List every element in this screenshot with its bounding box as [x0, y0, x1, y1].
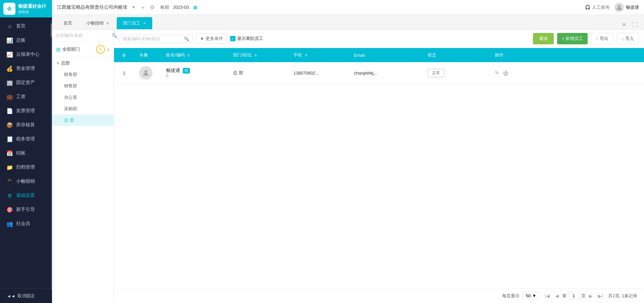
company-dropdown-icon[interactable]: ▼ [131, 5, 136, 10]
more-filter-label: 更多条件 [206, 36, 223, 42]
export-label: 导出 [600, 36, 608, 42]
col-avatar: 头像 [134, 48, 161, 62]
sidebar-item-invoice[interactable]: 📄 发票管理 [0, 104, 52, 118]
guide-icon: 🎯 [7, 207, 13, 213]
edit-icon[interactable]: ✎ [495, 70, 499, 76]
per-page-value: 50 [526, 293, 531, 298]
sidebar-item-general-ledger[interactable]: 📊 总账 [0, 33, 52, 47]
show-resigned-checkbox[interactable]: ✓ [230, 36, 235, 41]
sort-name-icon: ⇅ [187, 53, 190, 57]
export-button[interactable]: ↑ 导出 [591, 33, 613, 44]
sidebar-item-settings[interactable]: ⚙ 基础设置 [0, 188, 52, 203]
sidebar-item-label: 基础设置 [16, 192, 35, 199]
show-resigned-toggle[interactable]: ✓ 显示离职员工 [230, 36, 263, 42]
sidebar-item-fund-management[interactable]: 💰 资金管理 [0, 61, 52, 76]
dept-item-purchasing[interactable]: 采购部 [52, 103, 114, 115]
sidebar-item-closing[interactable]: 📅 结账 [0, 146, 52, 160]
dept-item-sales[interactable]: 销售部 [52, 80, 114, 92]
cell-status: 正常 [423, 62, 490, 84]
per-page-label: 每页显示 [502, 293, 520, 299]
cell-phone: 138070602... [288, 62, 349, 84]
cell-actions: ✎ ⏻ [490, 62, 644, 84]
sidebar-item-label: 工资 [16, 94, 25, 100]
period-label: 账期 [160, 4, 169, 10]
user-menu[interactable]: 畅捷通 [614, 3, 639, 12]
col-phone[interactable]: 手机 ⇅ [288, 48, 349, 62]
prev-page-btn[interactable]: ◀ [553, 292, 561, 300]
table-row: 1 畅捷通 部 0 [114, 62, 644, 84]
page-input[interactable] [568, 292, 580, 300]
page-unit: 页 [581, 293, 586, 299]
sort-dept-icon: ⇅ [254, 53, 257, 57]
expand-tab-icon[interactable]: ⛶ [631, 20, 639, 29]
last-page-btn[interactable]: ▶| [596, 292, 605, 300]
per-page-chevron-icon: ▼ [532, 293, 536, 298]
col-status: 状态 [423, 48, 490, 62]
page-nav: |◀ ◀ 第 页 ▶ ▶| [543, 292, 605, 300]
sidebar-cancel-pin[interactable]: ◄◄ 取消固定 [0, 289, 52, 303]
tab-expense[interactable]: 小畅报销 × [80, 17, 115, 29]
customer-service-btn[interactable]: 🎧 人工咨询 [585, 4, 609, 10]
more-filter-btn[interactable]: ▼ 更多条件 [196, 34, 227, 44]
archive-icon: 📁 [7, 164, 13, 170]
dept-badge: 部 [183, 68, 190, 74]
dept-item-finance[interactable]: 财务部 [52, 69, 114, 80]
import-button[interactable]: ↓ 导入 [617, 33, 639, 44]
col-name[interactable]: 姓名/编码 ⇅ [161, 48, 228, 62]
tab-employees[interactable]: 部门员工 × [117, 17, 152, 29]
sidebar-item-expense[interactable]: 📱 小畅报销 [0, 174, 52, 188]
employee-name: 畅捷通 [166, 68, 180, 74]
cell-num: 1 [114, 62, 134, 84]
logout-icon[interactable]: ⏻ [503, 70, 508, 76]
sidebar-item-inventory[interactable]: 📦 库存核算 [0, 118, 52, 132]
sidebar-item-payroll[interactable]: 💼 工资 [0, 90, 52, 104]
sidebar-item-label: 固定资产 [16, 80, 35, 86]
tab-home[interactable]: 首页 [57, 17, 78, 29]
sidebar-item-label: 云报表中心 [16, 51, 40, 57]
close-tab-icon[interactable]: ✕ [621, 20, 628, 29]
per-page-select[interactable]: 50 ▼ [523, 292, 539, 300]
invite-button[interactable]: 邀请 [533, 33, 554, 44]
tabs-bar: 首页 小畅报销 × 部门员工 × ✕ ⛶ [52, 15, 644, 30]
right-content: 🔍 ▼ 更多条件 ✓ 显示离职员工 邀请 + 新增员工 ↑ 导出 [114, 30, 644, 303]
sidebar-item-label: 资金管理 [16, 66, 35, 72]
pin-icon: ◄◄ [7, 294, 15, 299]
dept-search-box: 🔍 [52, 30, 114, 42]
dept-item-general[interactable]: 总 部 [52, 115, 114, 126]
tab-home-label: 首页 [63, 20, 72, 26]
svg-point-0 [618, 5, 621, 8]
pagination-bar: 每页显示 50 ▼ |◀ ◀ 第 页 ▶ ▶| 共1页, 1条记录 [114, 288, 644, 303]
tab-employees-close-icon[interactable]: × [143, 20, 146, 26]
next-page-btn[interactable]: ▶ [587, 292, 595, 300]
import-icon: ↓ [622, 36, 624, 41]
dept-item-parent[interactable]: ▼ 总部 [52, 57, 114, 69]
settings-gear-icon[interactable]: ⚙ [150, 4, 155, 10]
dept-item-office[interactable]: 办公室 [52, 92, 114, 103]
employee-search-input[interactable] [123, 36, 182, 41]
add-employee-button[interactable]: + 新增员工 [557, 33, 588, 44]
sidebar-item-tax[interactable]: 🧾 税务管理 [0, 132, 52, 146]
tab-expense-close-icon[interactable]: × [106, 20, 109, 26]
sidebar-scrollbar[interactable] [51, 20, 52, 290]
sidebar-item-members[interactable]: 👥 社会员 [0, 217, 52, 231]
dept-search-input[interactable] [55, 33, 112, 38]
sidebar-item-label: 小畅报销 [16, 178, 35, 184]
sidebar-item-home[interactable]: ⌂ 首页 [0, 19, 52, 33]
sidebar-item-fixed-assets[interactable]: 🏢 固定资产 [0, 76, 52, 90]
tab-expense-label: 小畅报销 [86, 20, 104, 26]
add-company-icon[interactable]: ＋ [140, 3, 146, 11]
calendar-icon[interactable]: ▦ [193, 5, 197, 10]
employee-search-box: 🔍 [119, 35, 193, 43]
sidebar-item-cloud-reports[interactable]: 📈 云报表中心 [0, 47, 52, 61]
payroll-icon: 💼 [7, 94, 13, 100]
col-dept[interactable]: 部门/职位 ⇅ [228, 48, 288, 62]
service-label: 人工咨询 [592, 4, 609, 10]
page-total: 共1页, 1条记录 [608, 293, 637, 299]
sidebar-item-guide[interactable]: 🎯 新手引导 [0, 203, 52, 217]
first-page-btn[interactable]: |◀ [543, 292, 552, 300]
search-icon[interactable]: 🔍 [184, 36, 189, 41]
dept-edit-btn[interactable]: ✎ [96, 45, 105, 54]
dept-collapse-icon[interactable]: « [107, 47, 110, 52]
settings-icon: ⚙ [7, 192, 13, 199]
sidebar-item-archive[interactable]: 📁 归档管理 [0, 160, 52, 174]
